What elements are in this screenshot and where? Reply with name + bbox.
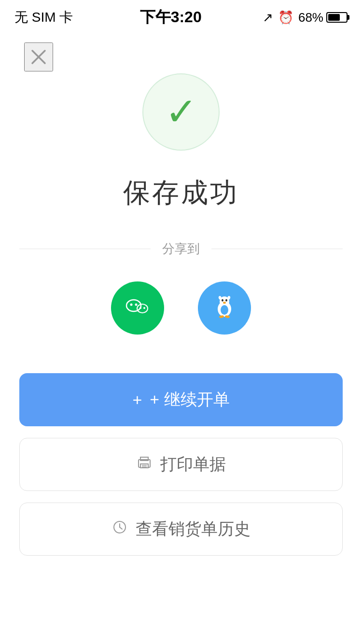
svg-point-12: [225, 299, 227, 302]
status-right: ↗ ⏰ 68%: [263, 10, 348, 25]
share-icons: [111, 281, 251, 335]
svg-point-13: [223, 302, 226, 304]
main-content: ✓ 保存成功 分享到: [0, 35, 362, 556]
share-divider: 分享到: [0, 240, 362, 257]
battery-container: 68%: [298, 10, 348, 25]
wechat-share-button[interactable]: [111, 281, 164, 335]
action-buttons: + + 继续开单 打印单据: [0, 373, 362, 556]
svg-point-4: [130, 304, 133, 306]
history-icon: [111, 519, 128, 539]
svg-line-25: [120, 527, 122, 529]
alarm-icon: ⏰: [278, 10, 293, 25]
svg-point-10: [221, 305, 228, 315]
qq-share-button[interactable]: [198, 281, 251, 335]
share-label: 分享到: [151, 240, 211, 257]
battery-percent: 68%: [298, 10, 323, 25]
print-label: 打印单据: [160, 453, 226, 476]
continue-order-button[interactable]: + + 继续开单: [19, 373, 343, 426]
svg-point-3: [137, 304, 148, 313]
status-time: 下午3:20: [140, 7, 202, 28]
success-circle: ✓: [142, 73, 220, 151]
svg-rect-20: [140, 464, 148, 468]
checkmark-icon: ✓: [165, 93, 197, 131]
print-icon: [136, 454, 153, 475]
success-title: 保存成功: [123, 175, 239, 211]
divider-left: [19, 249, 151, 249]
svg-point-7: [143, 307, 145, 309]
history-label: 查看销货单历史: [136, 518, 251, 540]
svg-point-11: [222, 299, 223, 302]
status-bar: 无 SIM 卡 下午3:20 ↗ ⏰ 68%: [0, 0, 362, 35]
divider-right: [211, 249, 343, 249]
print-button[interactable]: 打印单据: [19, 438, 343, 491]
history-button[interactable]: 查看销货单历史: [19, 503, 343, 556]
continue-icon: +: [132, 391, 142, 409]
status-left: 无 SIM 卡: [14, 8, 79, 27]
location-icon: ↗: [263, 10, 273, 25]
svg-point-5: [135, 304, 138, 306]
close-button[interactable]: [24, 42, 53, 71]
continue-label: + 继续开单: [150, 389, 229, 411]
carrier-label: 无 SIM 卡: [14, 8, 73, 27]
battery-fill: [328, 14, 340, 21]
battery-icon: [326, 12, 348, 23]
svg-point-6: [139, 307, 141, 309]
